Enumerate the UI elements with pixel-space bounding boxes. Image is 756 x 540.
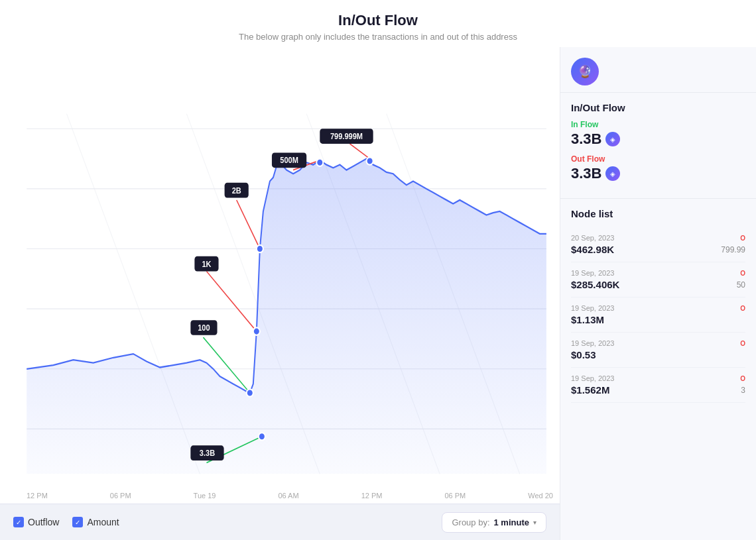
svg-point-20 — [316, 159, 323, 166]
node-badge: O — [740, 235, 745, 242]
page-subtitle: The below graph only includes the transa… — [0, 32, 756, 42]
x-label-6: 06 PM — [444, 492, 466, 500]
node-sub: 3 — [741, 386, 745, 395]
out-flow-row: Out Flow 3.3B ◈ — [571, 154, 745, 182]
avatar-row: 🔮 — [560, 47, 756, 93]
node-date-row: 19 Sep, 2023 O — [571, 339, 745, 347]
main-layout: 2B 1K 100 3.3B 500M 799.999M 12 PM — [0, 47, 756, 540]
in-flow-label: In Flow — [571, 120, 745, 129]
outflow-checkbox-box: ✓ — [13, 517, 24, 527]
node-date: 20 Sep, 2023 — [571, 234, 614, 242]
svg-line-15 — [350, 144, 370, 159]
node-list-section: Node list 20 Sep, 2023 O $462.98K 799.99… — [560, 199, 756, 540]
chart-container: 2B 1K 100 3.3B 500M 799.999M — [0, 54, 560, 489]
group-by-button[interactable]: Group by: 1 minute ▾ — [442, 512, 546, 533]
node-date-row: 19 Sep, 2023 O — [571, 304, 745, 312]
x-label-5: 12 PM — [361, 492, 383, 500]
outflow-label: Outflow — [28, 517, 59, 527]
page-title: In/Out Flow — [0, 12, 756, 29]
node-amount: $1.562M — [571, 384, 609, 396]
out-flow-value-row: 3.3B ◈ — [571, 165, 745, 182]
svg-point-17 — [253, 327, 260, 335]
node-badge: O — [740, 305, 745, 312]
out-flow-label: Out Flow — [571, 154, 745, 164]
bottom-bar: ✓ Outflow ✓ Amount Group by: 1 minute ▾ — [0, 504, 560, 540]
chart-area: 2B 1K 100 3.3B 500M 799.999M 12 PM — [0, 47, 560, 540]
node-date-row: 20 Sep, 2023 O — [571, 234, 745, 242]
list-item[interactable]: 19 Sep, 2023 O $1.13M — [571, 297, 745, 333]
out-flow-token-badge: ◈ — [605, 166, 620, 181]
node-date: 19 Sep, 2023 — [571, 339, 614, 347]
right-panel: 🔮 In/Out Flow In Flow 3.3B ◈ Out Flow 3.… — [560, 47, 756, 540]
amount-label: Amount — [87, 517, 119, 527]
page-header: In/Out Flow The below graph only include… — [0, 0, 756, 47]
flow-section: In/Out Flow In Flow 3.3B ◈ Out Flow 3.3B… — [560, 93, 756, 199]
node-date: 19 Sep, 2023 — [571, 269, 614, 277]
amount-checkbox-box: ✓ — [72, 517, 83, 527]
token-icon-2: ◈ — [610, 170, 615, 178]
svg-line-10 — [237, 200, 260, 249]
node-date: 19 Sep, 2023 — [571, 304, 614, 312]
x-label-3: Tue 19 — [194, 492, 216, 500]
node-date-row: 19 Sep, 2023 O — [571, 374, 745, 382]
node-badge: O — [740, 270, 745, 277]
list-item[interactable]: 20 Sep, 2023 O $462.98K 799.99 — [571, 227, 745, 262]
flow-section-title: In/Out Flow — [571, 102, 745, 113]
node-amount: $0.53 — [571, 349, 596, 360]
token-icon: ◈ — [610, 136, 615, 143]
svg-point-16 — [257, 245, 263, 252]
node-list-title: Node list — [571, 208, 745, 219]
node-sub: 799.99 — [721, 245, 745, 254]
outflow-checkbox[interactable]: ✓ Outflow — [13, 517, 59, 527]
node-amount: $285.406K — [571, 279, 619, 290]
in-flow-value: 3.3B — [571, 131, 601, 148]
x-axis: 12 PM 06 PM Tue 19 06 AM 12 PM 06 PM Wed… — [0, 489, 560, 504]
out-flow-value: 3.3B — [571, 165, 601, 182]
svg-text:100: 100 — [198, 323, 210, 332]
node-amount: $1.13M — [571, 314, 604, 325]
node-date-row: 19 Sep, 2023 O — [571, 269, 745, 277]
node-date: 19 Sep, 2023 — [571, 374, 614, 382]
svg-text:3.3B: 3.3B — [200, 449, 215, 458]
group-by-value: 1 minute — [494, 517, 529, 527]
dropdown-arrow-icon: ▾ — [533, 519, 536, 526]
node-sub: 50 — [737, 280, 745, 290]
amount-checkbox[interactable]: ✓ Amount — [72, 517, 119, 527]
list-item[interactable]: 19 Sep, 2023 O $1.562M 3 — [571, 368, 745, 403]
in-flow-token-badge: ◈ — [605, 132, 620, 146]
chart-svg: 2B 1K 100 3.3B 500M 799.999M — [0, 54, 560, 489]
node-amount-row: $462.98K 799.99 — [571, 244, 745, 255]
in-flow-row: In Flow 3.3B ◈ — [571, 120, 745, 148]
svg-point-21 — [367, 157, 373, 164]
node-badge: O — [740, 340, 745, 347]
node-amount: $462.98K — [571, 244, 614, 255]
svg-text:799.999M: 799.999M — [330, 131, 363, 140]
list-item[interactable]: 19 Sep, 2023 O $0.53 — [571, 333, 745, 368]
node-amount-row: $1.562M 3 — [571, 384, 745, 396]
avatar: 🔮 — [571, 58, 599, 85]
svg-point-19 — [259, 433, 265, 440]
node-amount-row: $0.53 — [571, 349, 745, 360]
list-item[interactable]: 19 Sep, 2023 O $285.406K 50 — [571, 262, 745, 297]
node-amount-row: $285.406K 50 — [571, 279, 745, 290]
x-label-4: 06 AM — [278, 492, 298, 500]
x-label-2: 06 PM — [110, 492, 131, 500]
group-by-prefix: Group by: — [452, 517, 489, 527]
node-amount-row: $1.13M — [571, 314, 745, 325]
node-badge: O — [740, 375, 745, 382]
in-flow-value-row: 3.3B ◈ — [571, 131, 745, 148]
node-list-container: 20 Sep, 2023 O $462.98K 799.99 19 Sep, 2… — [571, 227, 745, 403]
svg-text:500M: 500M — [280, 156, 298, 165]
svg-point-18 — [247, 389, 253, 396]
x-label-7: Wed 20 — [528, 492, 553, 500]
svg-text:2B: 2B — [232, 186, 241, 195]
x-label-1: 12 PM — [27, 492, 48, 500]
avatar-icon: 🔮 — [578, 64, 592, 79]
svg-text:1K: 1K — [202, 259, 212, 268]
